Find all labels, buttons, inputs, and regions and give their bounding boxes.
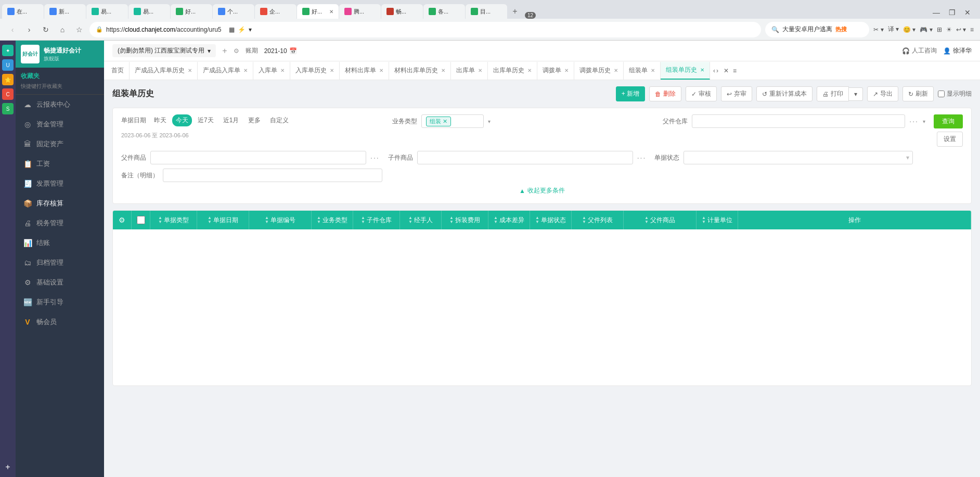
url-bar[interactable]: 🔒 https://cloud.chanjet.com/accounting/u…: [89, 22, 761, 37]
undo-tool[interactable]: ↩ ▾: [956, 26, 966, 33]
tab-material-out-history[interactable]: 材料出库单历史 ✕: [389, 62, 451, 80]
parent-warehouse-dropdown[interactable]: ▾: [923, 119, 925, 124]
biz-type-input[interactable]: 组装 ✕: [421, 114, 484, 128]
query-button[interactable]: 查询: [934, 114, 963, 128]
tab-assembly-order-close[interactable]: ✕: [651, 68, 655, 73]
th-unit[interactable]: ▲▼ 计量单位: [697, 211, 738, 229]
tab-assembly-history[interactable]: 组装单历史 ✕: [661, 62, 710, 80]
sidebar-item-inventory[interactable]: 📦 库存核算: [16, 194, 104, 213]
tab-in-order-close[interactable]: ✕: [280, 68, 285, 73]
ext-add-icon[interactable]: +: [2, 461, 14, 473]
child-goods-input[interactable]: [417, 151, 633, 164]
browser-tab-7[interactable]: 企...: [255, 4, 296, 19]
th-checkbox[interactable]: [132, 211, 150, 229]
search-bar[interactable]: 🔍 大量安卓用户逃离 热搜: [765, 22, 869, 37]
tab-production-in-history[interactable]: 产成品入库单历史 ✕: [130, 62, 198, 80]
display-detail-checkbox[interactable]: [938, 91, 945, 97]
order-status-select[interactable]: ▾: [684, 151, 913, 164]
tab-in-history[interactable]: 入库单历史 ✕: [290, 62, 340, 80]
sidebar-item-tax[interactable]: 🖨 税务管理: [16, 213, 104, 233]
tab-right-arrow[interactable]: ›: [716, 67, 718, 74]
filter-settings-button[interactable]: 设置: [937, 132, 963, 147]
audit-button[interactable]: ✓ 审核: [686, 86, 717, 101]
sidebar-item-cloud-report[interactable]: ☁ 云报表中心: [16, 95, 104, 114]
date-today[interactable]: 今天: [172, 114, 192, 126]
tab-production-in-close[interactable]: ✕: [243, 68, 248, 73]
abandon-button[interactable]: ↩ 弃审: [721, 86, 752, 101]
refresh-button[interactable]: ↻ 刷新: [902, 86, 934, 101]
th-parent-list[interactable]: ▲▼ 父件列表: [572, 211, 624, 229]
consult-button[interactable]: 🎧 人工咨询: [902, 46, 937, 55]
sidebar-item-closing[interactable]: 📊 结账: [16, 233, 104, 253]
tab-home[interactable]: 首页: [106, 62, 130, 80]
browser-tab-6[interactable]: 个...: [213, 4, 254, 19]
tab-assembly-history-close[interactable]: ✕: [700, 67, 704, 73]
menu-tool[interactable]: ≡: [970, 26, 974, 33]
emoji-tool[interactable]: 😊 ▾: [903, 26, 915, 33]
minimize-button[interactable]: —: [930, 6, 943, 19]
tab-material-out[interactable]: 材料出库单 ✕: [340, 62, 389, 80]
game-tool[interactable]: 🎮 ▾: [920, 26, 932, 33]
date-1month[interactable]: 近1月: [220, 114, 243, 126]
th-order-status[interactable]: ▲▼ 单据状态: [530, 211, 572, 229]
browser-tab-2[interactable]: 新...: [44, 4, 86, 19]
sidebar-item-member[interactable]: V 畅会员: [16, 312, 104, 332]
company-selector[interactable]: (勿删勿禁用) 江西服宝测试专用 ▾: [112, 44, 216, 57]
tab-close-all-button[interactable]: ✕: [721, 67, 731, 74]
ext-icon-3[interactable]: ⭐: [2, 74, 14, 85]
th-cost-diff[interactable]: ▲▼ 成本差异: [488, 211, 530, 229]
dropdown-arrow[interactable]: ▾: [249, 26, 252, 33]
sidebar-item-settings[interactable]: ⚙ 基础设置: [16, 273, 104, 292]
tab-out-history[interactable]: 出库单历史 ✕: [488, 62, 537, 80]
back-button[interactable]: ‹: [6, 23, 19, 36]
sidebar-favorites[interactable]: 收藏夹 快捷键打开收藏夹: [16, 68, 104, 95]
tab-material-out-close[interactable]: ✕: [379, 68, 383, 73]
browser-tab-3[interactable]: 易...: [86, 4, 128, 19]
biz-type-tag-close[interactable]: ✕: [443, 118, 447, 125]
sidebar-item-archive[interactable]: 🗂 归档管理: [16, 253, 104, 273]
refresh-browser-button[interactable]: ↻: [40, 23, 52, 36]
tab-in-history-close[interactable]: ✕: [330, 68, 334, 73]
browser-tab-10[interactable]: 各...: [423, 4, 465, 19]
date-yesterday[interactable]: 昨天: [150, 114, 170, 126]
tab-left-arrow[interactable]: ‹: [713, 67, 715, 74]
home-button[interactable]: ⌂: [56, 23, 69, 36]
ext-icon-1[interactable]: ✦: [2, 45, 14, 56]
bookmark-button[interactable]: ☆: [73, 23, 85, 36]
th-disassemble-fee[interactable]: ▲▼ 拆装费用: [442, 211, 488, 229]
th-order-date[interactable]: ▲▼ 单据日期: [197, 211, 249, 229]
forward-button[interactable]: ›: [23, 23, 35, 36]
collapse-button[interactable]: ▲ 收起更多条件: [121, 184, 963, 197]
th-sub-warehouse[interactable]: ▲▼ 子件仓库: [353, 211, 400, 229]
tab-material-out-history-close[interactable]: ✕: [441, 68, 445, 73]
export-button[interactable]: ↗ 导出: [867, 86, 898, 101]
close-button[interactable]: ✕: [961, 6, 974, 19]
settings-gear-btn[interactable]: ⚙: [234, 47, 239, 55]
browser-tab-active[interactable]: 好... ✕: [297, 4, 339, 19]
th-order-type[interactable]: ▲▼ 单据类型: [150, 211, 197, 229]
tab-close-active[interactable]: ✕: [329, 9, 333, 15]
browser-tab-1[interactable]: 在...: [2, 4, 44, 19]
tab-in-order[interactable]: 入库单 ✕: [253, 62, 290, 80]
note-input[interactable]: [163, 169, 382, 182]
grid-tool[interactable]: ⊞: [937, 26, 942, 33]
browser-tab-11[interactable]: 目...: [466, 4, 507, 19]
tab-assemble-history-close[interactable]: ✕: [614, 68, 618, 73]
child-goods-dots[interactable]: ···: [637, 153, 647, 162]
recalculate-button[interactable]: ↺ 重新计算成本: [756, 86, 813, 101]
parent-goods-dots[interactable]: ···: [370, 153, 380, 162]
delete-button[interactable]: 🗑 删除: [649, 86, 681, 101]
maximize-button[interactable]: ❐: [946, 6, 958, 19]
th-settings[interactable]: ⚙: [113, 211, 132, 229]
calendar-icon[interactable]: 📅: [289, 47, 297, 55]
new-tab-button[interactable]: +: [508, 4, 522, 19]
tab-assemble-close[interactable]: ✕: [564, 68, 569, 73]
new-button[interactable]: + 新增: [616, 86, 645, 101]
ext-icon-5[interactable]: S: [2, 103, 14, 114]
date-7days[interactable]: 近7天: [194, 114, 217, 126]
display-detail-toggle[interactable]: 显示明细: [938, 89, 972, 98]
sidebar-item-fixed-assets[interactable]: 🏛 固定资产: [16, 134, 104, 154]
add-company-btn[interactable]: +: [222, 46, 227, 56]
sidebar-item-fund[interactable]: ◎ 资金管理: [16, 114, 104, 134]
tab-out-order-close[interactable]: ✕: [478, 68, 482, 73]
